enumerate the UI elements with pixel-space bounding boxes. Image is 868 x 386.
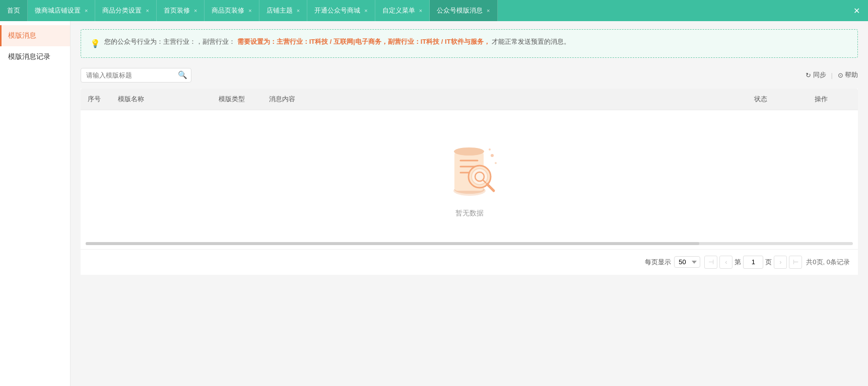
top-nav: 首页 微商城店铺设置 × 商品分类设置 × 首页装修 × 商品页装修 × 店铺主… xyxy=(0,0,868,21)
page-word: 第 xyxy=(735,258,741,267)
nav-tab-product-page-decor-label: 商品页装修 xyxy=(212,6,244,15)
nav-tab-template-msg[interactable]: 公众号模版消息 × xyxy=(430,0,497,21)
nav-tab-store-theme[interactable]: 店铺主题 × xyxy=(259,0,307,21)
svg-point-14 xyxy=(489,148,491,150)
info-banner-suffix: 才能正常发送预置的消息。 xyxy=(492,38,570,45)
close-product-page-decor-icon[interactable]: × xyxy=(248,8,251,14)
close-category-settings-icon[interactable]: × xyxy=(146,8,149,14)
nav-tab-store-theme-label: 店铺主题 xyxy=(266,6,293,15)
page-size-label: 每页显示 xyxy=(645,258,671,267)
close-template-msg-icon[interactable]: × xyxy=(487,8,490,14)
info-banner-text: 您的公众号行业为：主营行业：，副营行业： 需要设置为：主营行业：IT科技 / 互… xyxy=(104,37,570,47)
col-header-content: 消息内容 xyxy=(262,89,747,110)
empty-state-cell: 暂无数据 xyxy=(81,110,858,238)
empty-text: 暂无数据 xyxy=(455,209,484,218)
pagination-bar: 每页显示 50 10 20 100 ⊣ ‹ 第 页 › ⊢ xyxy=(81,249,858,275)
horizontal-scrollbar[interactable] xyxy=(86,242,853,245)
nav-tab-store-settings-label: 微商城店铺设置 xyxy=(35,6,81,15)
content-area: 💡 您的公众号行业为：主营行业：，副营行业： 需要设置为：主营行业：IT科技 /… xyxy=(71,21,868,386)
close-store-theme-icon[interactable]: × xyxy=(297,8,300,14)
sidebar-item-template-msg-record[interactable]: 模版消息记录 xyxy=(0,46,70,67)
nav-tab-home-decor[interactable]: 首页装修 × xyxy=(157,0,205,21)
info-banner-highlight: 需要设置为：主营行业：IT科技 / 互联网|电子商务，副营行业：IT科技 / I… xyxy=(237,38,490,45)
search-input-wrapper: 🔍 xyxy=(81,68,191,83)
page-size-dropdown[interactable]: 50 10 20 100 xyxy=(674,256,700,268)
sidebar: 模版消息 模版消息记录 xyxy=(0,21,71,386)
nav-tab-category-settings[interactable]: 商品分类设置 × xyxy=(95,0,156,21)
svg-point-13 xyxy=(495,162,497,164)
first-page-button[interactable]: ⊣ xyxy=(704,256,717,269)
page-number-input[interactable] xyxy=(743,256,763,269)
sidebar-item-template-msg[interactable]: 模版消息 xyxy=(0,25,70,46)
col-header-action: 操作 xyxy=(808,89,858,110)
close-open-mall-icon[interactable]: × xyxy=(364,8,367,14)
sync-button[interactable]: ↻ 同步 xyxy=(806,70,826,80)
table-header-row: 序号 模版名称 模版类型 消息内容 状态 xyxy=(81,89,858,110)
data-table: 序号 模版名称 模版类型 消息内容 状态 xyxy=(81,89,858,238)
col-header-status: 状态 xyxy=(747,89,808,110)
search-bar: 🔍 ↻ 同步 | ⊙ 帮助 xyxy=(81,68,858,83)
table-container: 序号 模版名称 模版类型 消息内容 状态 xyxy=(81,89,858,275)
info-banner: 💡 您的公众号行业为：主营行业：，副营行业： 需要设置为：主营行业：IT科技 /… xyxy=(81,29,858,58)
nav-tab-template-msg-label: 公众号模版消息 xyxy=(437,6,483,15)
empty-state: 暂无数据 xyxy=(81,110,858,238)
nav-tab-home-decor-label: 首页装修 xyxy=(164,6,190,15)
empty-illustration xyxy=(439,140,500,201)
sync-icon: ↻ xyxy=(806,71,811,79)
sidebar-item-template-msg-label: 模版消息 xyxy=(8,31,36,39)
close-home-decor-icon[interactable]: × xyxy=(194,8,197,14)
divider: | xyxy=(831,71,833,79)
help-button[interactable]: ⊙ 帮助 xyxy=(838,70,858,80)
bulb-icon: 💡 xyxy=(90,37,100,50)
nav-tab-custom-menu-label: 自定义菜单 xyxy=(382,6,415,15)
nav-tab-store-settings[interactable]: 微商城店铺设置 × xyxy=(28,0,95,21)
svg-point-12 xyxy=(491,154,494,157)
nav-tab-home[interactable]: 首页 xyxy=(0,0,28,21)
page-unit: 页 xyxy=(765,258,772,267)
nav-tab-custom-menu[interactable]: 自定义菜单 × xyxy=(375,0,430,21)
close-custom-menu-icon[interactable]: × xyxy=(419,8,422,14)
scrollbar-thumb xyxy=(86,242,699,245)
search-input[interactable] xyxy=(81,68,191,83)
nav-tab-category-settings-label: 商品分类设置 xyxy=(102,6,142,15)
search-icon[interactable]: 🔍 xyxy=(178,70,187,80)
svg-line-9 xyxy=(487,184,494,191)
search-right: ↻ 同步 | ⊙ 帮助 xyxy=(806,70,858,80)
col-header-seq: 序号 xyxy=(81,89,111,110)
nav-tab-product-page-decor[interactable]: 商品页装修 × xyxy=(205,0,259,21)
nav-tab-open-mall-label: 开通公众号商城 xyxy=(314,6,360,15)
page-nav: ⊣ ‹ 第 页 › ⊢ xyxy=(704,256,802,269)
close-all-button[interactable]: ✕ xyxy=(845,0,868,21)
info-banner-prefix: 您的公众号行业为：主营行业：，副营行业： xyxy=(104,38,235,45)
search-left: 🔍 xyxy=(81,68,191,83)
sync-label: 同步 xyxy=(813,70,826,80)
nav-tab-open-mall[interactable]: 开通公众号商城 × xyxy=(307,0,375,21)
empty-state-row: 暂无数据 xyxy=(81,110,858,238)
sidebar-item-template-msg-record-label: 模版消息记录 xyxy=(8,52,50,60)
prev-page-button[interactable]: ‹ xyxy=(719,256,732,269)
close-all-icon: ✕ xyxy=(853,6,860,16)
page-size-select: 每页显示 50 10 20 100 xyxy=(645,256,700,268)
help-label: 帮助 xyxy=(845,70,858,80)
close-store-settings-icon[interactable]: × xyxy=(85,8,88,14)
col-header-type: 模版类型 xyxy=(212,89,262,110)
total-info: 共0页, 0条记录 xyxy=(806,258,850,267)
scroll-bar-area xyxy=(81,238,858,249)
main-layout: 模版消息 模版消息记录 💡 您的公众号行业为：主营行业：，副营行业： 需要设置为… xyxy=(0,21,868,386)
next-page-button[interactable]: › xyxy=(774,256,787,269)
svg-point-3 xyxy=(454,147,484,156)
col-header-name: 模版名称 xyxy=(111,89,212,110)
last-page-button[interactable]: ⊢ xyxy=(789,256,802,269)
help-icon: ⊙ xyxy=(838,71,843,79)
nav-tab-home-label: 首页 xyxy=(7,6,20,15)
